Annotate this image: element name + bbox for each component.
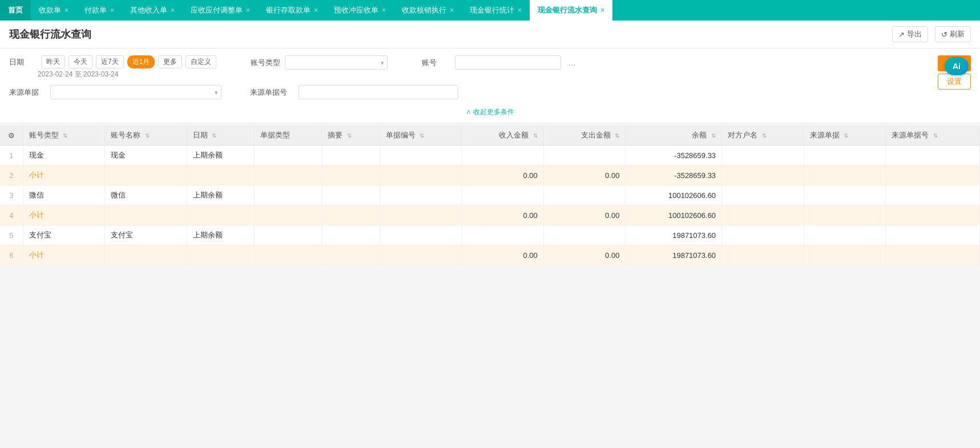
export-label: 导出 (907, 29, 922, 39)
date-btn-1month[interactable]: 近1月 (127, 55, 155, 68)
nav-tab-fuKuanDan[interactable]: 付款单 × (76, 0, 122, 21)
table-row[interactable]: 6小计0.000.0019871073.60 (0, 245, 980, 265)
cell-voucherType (254, 146, 321, 166)
tab-label-7: 现金银行统计 (470, 5, 514, 15)
date-btn-more[interactable]: 更多 (158, 55, 182, 68)
cell-expense (543, 146, 626, 166)
tab-label-1: 付款单 (84, 5, 107, 15)
collapse-bar[interactable]: ∧ 收起更多条件 (9, 105, 971, 120)
tab-close-5[interactable]: × (382, 6, 386, 14)
th-counterpart-label: 对方户名 (728, 131, 757, 139)
tab-label-4: 银行存取款单 (266, 5, 310, 15)
nav-tab-otherIncome[interactable]: 其他收入单 × (122, 0, 183, 21)
th-balance-label: 余额 (692, 131, 707, 139)
th-balance[interactable]: 余额 ⇅ (626, 126, 722, 146)
cell-voucherType (254, 166, 321, 185)
tab-close-3[interactable]: × (246, 6, 250, 14)
cell-income: 0.00 (462, 166, 544, 185)
cell-index: 6 (0, 245, 23, 265)
cell-balance: 100102606.60 (626, 185, 722, 205)
tab-close-1[interactable]: × (110, 6, 114, 14)
cell-accountType: 现金 (23, 146, 105, 166)
cell-voucherNo (380, 146, 462, 166)
th-source-doc-no[interactable]: 来源单据号 ⇅ (886, 126, 980, 146)
table-row[interactable]: 3微信微信上期余额100102606.60 (0, 185, 980, 205)
tab-close-2[interactable]: × (171, 6, 175, 14)
nav-tab-adjustment[interactable]: 应收应付调整单 × (183, 0, 258, 21)
date-btn-custom[interactable]: 自定义 (185, 55, 216, 68)
th-counterpart[interactable]: 对方户名 ⇅ (722, 126, 804, 146)
nav-tab-collection[interactable]: 收款核销执行 × (394, 0, 462, 21)
nav-tab-cashStat[interactable]: 现金银行统计 × (462, 0, 530, 21)
page-header: 现金银行流水查询 ↗ 导出 ↺ 刷新 (0, 21, 980, 49)
date-btn-today[interactable]: 今天 (68, 55, 92, 68)
cell-income (462, 225, 544, 245)
table-row[interactable]: 1现金现金上期余额-3528659.33 (0, 146, 980, 166)
cell-date (187, 245, 254, 265)
cell-balance: 100102606.60 (626, 205, 722, 225)
cell-balance: -3528659.33 (626, 166, 722, 185)
th-voucher-type-label: 单据类型 (260, 131, 290, 139)
account-input[interactable] (455, 55, 561, 70)
th-voucher-no[interactable]: 单据编号 ⇅ (380, 126, 462, 146)
cell-index: 4 (0, 205, 23, 225)
cell-accountType: 支付宝 (23, 225, 105, 245)
settings-icon: ⚙ (8, 131, 15, 140)
cell-voucherType (254, 185, 321, 205)
th-voucher-type[interactable]: 单据类型 (254, 126, 321, 146)
date-range: 2023-02-24 至 2023-03-24 (38, 70, 216, 79)
cell-expense: 0.00 (543, 166, 626, 185)
tab-close-8[interactable]: × (600, 6, 604, 14)
table-row[interactable]: 4小计0.000.00100102606.60 (0, 205, 980, 225)
source-doc-no-input[interactable] (299, 85, 458, 99)
cell-income (462, 185, 544, 205)
export-button[interactable]: ↗ 导出 (892, 26, 928, 42)
refresh-button[interactable]: ↺ 刷新 (935, 26, 971, 42)
account-type-select[interactable]: 现金 微信 支付宝 (285, 55, 388, 70)
th-settings[interactable]: ⚙ (0, 126, 23, 146)
date-btn-yesterday[interactable]: 昨天 (41, 55, 65, 68)
account-dots[interactable]: ... (566, 58, 578, 68)
th-date[interactable]: 日期 ⇅ (187, 126, 254, 146)
tab-close-4[interactable]: × (314, 6, 318, 14)
cell-sourceDoc (804, 245, 886, 265)
table-row[interactable]: 5支付宝支付宝上期余额19871073.60 (0, 225, 980, 245)
th-account-type[interactable]: 账号类型 ⇅ (23, 126, 105, 146)
th-summary[interactable]: 摘要 ⇅ (322, 126, 380, 146)
th-income-label: 收入金额 (499, 131, 529, 139)
cell-accountName (105, 166, 187, 185)
cell-voucherNo (380, 166, 462, 185)
cell-sourceDocNo (886, 166, 980, 185)
date-btn-7days[interactable]: 近7天 (96, 55, 124, 68)
cell-date (187, 205, 254, 225)
tab-label-3: 应收应付调整单 (191, 5, 243, 15)
cell-voucherType (254, 205, 321, 225)
table-row[interactable]: 2小计0.000.00-3528659.33 (0, 166, 980, 185)
sort-icon-account-name: ⇅ (145, 132, 150, 139)
nav-home[interactable]: 首页 (0, 0, 31, 21)
th-expense[interactable]: 支出金额 ⇅ (543, 126, 626, 146)
nav-tab-cashFlow[interactable]: 现金银行流水查询 × (530, 0, 612, 21)
tab-close-7[interactable]: × (518, 6, 522, 14)
th-account-name-label: 账号名称 (111, 131, 140, 139)
nav-tab-bankDeposit[interactable]: 银行存取款单 × (258, 0, 326, 21)
settings-button[interactable]: 设置 (938, 74, 971, 90)
cell-index: 2 (0, 166, 23, 185)
source-doc-select[interactable] (50, 85, 221, 99)
cell-index: 3 (0, 185, 23, 205)
th-source-doc[interactable]: 来源单据 ⇅ (804, 126, 886, 146)
ai-badge[interactable]: Ai (945, 57, 969, 75)
cell-index: 1 (0, 146, 23, 166)
th-account-name[interactable]: 账号名称 ⇅ (105, 126, 187, 146)
cell-voucherNo (380, 185, 462, 205)
tab-close-6[interactable]: × (450, 6, 454, 14)
refresh-icon: ↺ (941, 30, 947, 39)
nav-tab-shouKuanDan[interactable]: 收款单 × (31, 0, 76, 21)
export-icon: ↗ (898, 30, 905, 39)
tab-close-0[interactable]: × (64, 6, 68, 14)
cell-expense (543, 185, 626, 205)
cell-sourceDocNo (886, 225, 980, 245)
cell-counterpart (722, 146, 804, 166)
nav-tab-preReceipt[interactable]: 预收冲应收单 × (326, 0, 394, 21)
th-income[interactable]: 收入金额 ⇅ (462, 126, 544, 146)
